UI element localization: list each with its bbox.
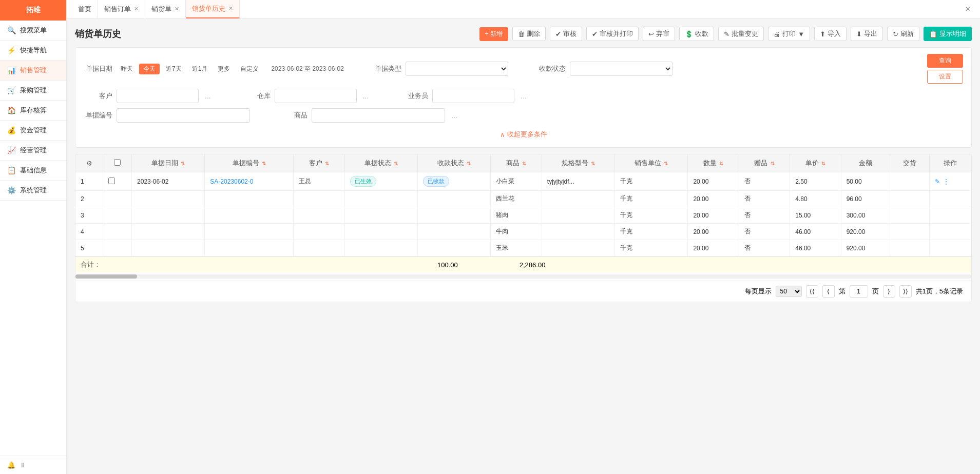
select-all-checkbox[interactable]	[114, 159, 121, 166]
row1-more-btn[interactable]: ⋮	[943, 178, 949, 185]
docno-input[interactable]	[117, 108, 250, 123]
print-button[interactable]: 🖨 打印 ▼	[768, 27, 810, 41]
col-gear[interactable]: ⚙	[75, 154, 103, 172]
horizontal-scrollbar[interactable]	[75, 274, 971, 279]
query-button[interactable]: 查询	[927, 54, 963, 68]
tab-close-all-btn[interactable]: ✕	[961, 5, 975, 13]
row1-select-checkbox[interactable]	[108, 177, 115, 184]
audit-icon: ✔	[555, 30, 561, 38]
sidebar-item-search-menu[interactable]: 🔍 搜索菜单	[0, 21, 66, 41]
date-tab-today[interactable]: 今天	[139, 64, 160, 74]
notification-icon[interactable]: 🔔	[7, 461, 15, 469]
customer-input[interactable]	[117, 89, 199, 103]
export-button[interactable]: ⬇ 导出	[851, 27, 883, 41]
delete-button[interactable]: 🗑 删除	[512, 27, 546, 41]
salesperson-dots[interactable]: ...	[518, 92, 529, 100]
close-sales-delivery-icon[interactable]: ✕	[175, 6, 179, 12]
close-sales-order-icon[interactable]: ✕	[134, 6, 139, 12]
audit-print-button[interactable]: ✔ 审核并打印	[586, 27, 639, 41]
row3-doc-date	[132, 207, 205, 224]
date-tab-more[interactable]: 更多	[214, 64, 234, 74]
col-unit[interactable]: 销售单位 ⇅	[615, 154, 688, 172]
tab-sales-history[interactable]: 销货单历史 ✕	[186, 0, 240, 18]
sidebar-item-purchase-mgmt[interactable]: 🛒 采购管理	[0, 81, 66, 101]
col-amount[interactable]: 金额	[841, 154, 890, 172]
row5-doc-date	[132, 240, 205, 256]
collapse-button[interactable]: ∧ 收起更多条件	[84, 128, 963, 141]
row3-doc-status	[344, 207, 417, 224]
sidebar-item-quick-nav[interactable]: ⚡ 快捷导航	[0, 41, 66, 61]
col-payment-status[interactable]: 收款状态 ⇅	[418, 154, 491, 172]
collect-button[interactable]: 💲 收款	[679, 27, 714, 41]
col-spec[interactable]: 规格型号 ⇅	[542, 154, 614, 172]
col-doc-no[interactable]: 单据编号 ⇅	[205, 154, 294, 172]
page-size-label: 每页显示	[745, 287, 772, 296]
row2-checkbox	[103, 191, 132, 207]
docno-filter-group: 单据编号	[84, 108, 250, 123]
row1-edit-btn[interactable]: ✎	[935, 178, 940, 185]
tab-home[interactable]: 首页	[72, 0, 98, 18]
import-button[interactable]: ⬆ 导入	[814, 27, 847, 41]
sidebar-item-operations[interactable]: 📈 经营管理	[0, 141, 66, 161]
col-checkbox[interactable]	[103, 154, 132, 172]
last-page-btn[interactable]: ⟩⟩	[899, 285, 912, 298]
date-tab-1month[interactable]: 近1月	[188, 64, 212, 74]
warehouse-dots[interactable]: ...	[361, 92, 371, 100]
col-customer[interactable]: 客户 ⇅	[294, 154, 344, 172]
doc-type-select[interactable]	[406, 62, 508, 76]
goods-label: 商品	[279, 111, 308, 120]
col-unit-price[interactable]: 单价 ⇅	[790, 154, 841, 172]
tab-sales-order[interactable]: 销售订单 ✕	[98, 0, 145, 18]
col-goods[interactable]: 商品 ⇅	[491, 154, 542, 172]
payment-status-select[interactable]	[570, 62, 672, 76]
goods-input[interactable]	[312, 108, 445, 123]
sidebar-bottom: 🔔 ⏸	[0, 456, 66, 474]
abandon-button[interactable]: ↩ 弃审	[643, 27, 675, 41]
sidebar-item-basic-info[interactable]: 📋 基础信息	[0, 161, 66, 181]
new-button[interactable]: + 新增	[479, 27, 508, 41]
audit-button[interactable]: ✔ 审核	[550, 27, 582, 41]
warehouse-input[interactable]	[275, 89, 357, 103]
scrollbar-thumb[interactable]	[75, 274, 137, 279]
table-row: 1 2023-06-02 SA-20230602-0 王总 已生效 已收款 小白…	[75, 172, 971, 191]
date-tab-custom[interactable]: 自定义	[236, 64, 263, 74]
delete-icon: 🗑	[518, 30, 525, 38]
row1-payment-status: 已收款	[418, 172, 491, 191]
col-doc-status[interactable]: 单据状态 ⇅	[344, 154, 417, 172]
customer-dots[interactable]: ...	[203, 92, 213, 100]
row1-checkbox[interactable]	[103, 172, 132, 191]
pause-icon[interactable]: ⏸	[20, 461, 26, 469]
first-page-btn[interactable]: ⟨⟨	[806, 285, 818, 298]
refresh-button[interactable]: ↻ 刷新	[887, 27, 919, 41]
show-detail-button[interactable]: 📋 显示明细	[924, 27, 972, 41]
cart-icon: 🛒	[7, 86, 16, 94]
batch-change-button[interactable]: ✎ 批量变更	[718, 27, 764, 41]
goods-dots[interactable]: ...	[449, 111, 459, 120]
row1-unit: 千克	[615, 172, 688, 191]
sidebar-item-finance[interactable]: 💰 资金管理	[0, 121, 66, 141]
sidebar-item-sales-mgmt[interactable]: 📊 销售管理	[0, 61, 66, 81]
row1-doc-no[interactable]: SA-20230602-0	[205, 172, 294, 191]
date-tab-yesterday[interactable]: 昨天	[117, 64, 137, 74]
next-page-btn[interactable]: ⟩	[883, 285, 895, 298]
table-gear-icon[interactable]: ⚙	[86, 160, 92, 167]
sidebar-item-system-mgmt[interactable]: ⚙️ 系统管理	[0, 181, 66, 201]
col-doc-date[interactable]: 单据日期 ⇅	[132, 154, 205, 172]
customer-filter-group: 客户 ...	[84, 89, 213, 103]
settings-button[interactable]: 设置	[927, 70, 963, 84]
close-sales-history-icon[interactable]: ✕	[228, 5, 233, 12]
table-row: 4 牛肉 千克 20.00 否 46.00 920.00	[75, 224, 971, 240]
col-delivery[interactable]: 交货	[890, 154, 929, 172]
prev-page-btn[interactable]: ⟨	[822, 285, 835, 298]
date-tab-7days[interactable]: 近7天	[162, 64, 186, 74]
footer-quantity: 100.00	[437, 261, 458, 269]
row4-unit: 千克	[615, 224, 688, 240]
salesperson-input[interactable]	[432, 89, 514, 103]
sidebar-item-inventory[interactable]: 🏠 库存核算	[0, 101, 66, 121]
page-number-input[interactable]	[850, 285, 868, 298]
tab-sales-delivery[interactable]: 销货单 ✕	[145, 0, 186, 18]
page-size-select[interactable]: 50 100 200	[776, 286, 802, 297]
col-gift[interactable]: 赠品 ⇅	[739, 154, 790, 172]
col-quantity[interactable]: 数量 ⇅	[688, 154, 739, 172]
row5-customer	[294, 240, 344, 256]
